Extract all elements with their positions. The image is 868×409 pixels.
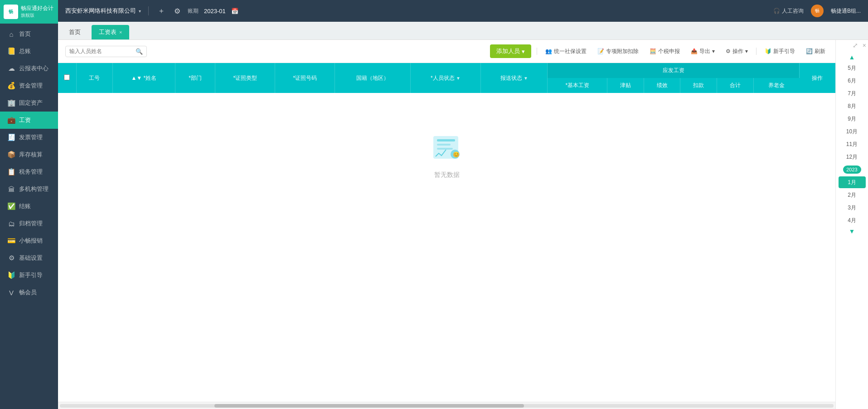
- search-input[interactable]: [69, 48, 133, 54]
- inventory-label: 库存核算: [19, 151, 43, 159]
- sidebar-item-ledger[interactable]: 📒 总账: [0, 43, 58, 60]
- support-btn[interactable]: 🎧 人工咨询: [773, 7, 804, 15]
- sidebar-item-invoice[interactable]: 🧾 发票管理: [0, 129, 58, 146]
- right-panel: × ⤢ ▲ 5月 6月 7月 8月 9月 10月 11月 12月 2023 1月…: [835, 40, 868, 409]
- logo-subtitle: 旗舰版: [21, 12, 53, 19]
- scrollbar-thumb[interactable]: [214, 404, 524, 408]
- scrollbar-track[interactable]: [60, 404, 834, 408]
- add-person-btn[interactable]: 添加人员 ▾: [490, 44, 531, 58]
- toolbar-sep-2: [756, 48, 756, 55]
- month-jan[interactable]: 1月: [839, 176, 866, 188]
- settings-label: 基础设置: [19, 254, 43, 262]
- th-payroll-group: 应发工资: [548, 63, 799, 78]
- maximize-panel-btn[interactable]: ⤢: [853, 42, 858, 49]
- tab-payroll[interactable]: 工资表 ×: [92, 25, 129, 39]
- add-company-btn[interactable]: ＋: [156, 5, 167, 18]
- funds-icon: 💰: [7, 82, 15, 90]
- svg-text:😊: 😊: [453, 151, 460, 158]
- th-status: *人员状态 ▼: [410, 63, 481, 93]
- period-label: 账期: [188, 7, 199, 15]
- fixed-assets-icon: 🏢: [7, 99, 15, 107]
- month-apr[interactable]: 4月: [839, 214, 866, 226]
- top-bar: 西安虾米网络科技有限公司 ▾ ＋ ⚙ 账期 2023-01 📅 🎧 人工咨询 畅…: [58, 0, 868, 22]
- sidebar-item-archive[interactable]: 🗂 归档管理: [0, 215, 58, 232]
- home-icon: ⌂: [7, 30, 15, 38]
- th-dept: *部门: [175, 63, 215, 93]
- action-guide[interactable]: 🔰 新手引导: [762, 46, 798, 57]
- panel-scroll-down[interactable]: ▼: [848, 227, 856, 236]
- sidebar-item-settlement[interactable]: ✅ 结账: [0, 198, 58, 215]
- payroll-label: 工资: [19, 116, 31, 124]
- company-selector[interactable]: 西安虾米网络科技有限公司 ▾: [65, 7, 141, 15]
- sidebar-item-funds[interactable]: 💰 资金管理: [0, 77, 58, 94]
- th-allowance: 津贴: [607, 78, 644, 93]
- action-personal-tax[interactable]: 🧮 个税申报: [647, 46, 683, 57]
- report-filter-icon[interactable]: ▼: [524, 76, 528, 81]
- ledger-icon: 📒: [7, 47, 15, 55]
- guide-icon: 🔰: [7, 271, 15, 279]
- th-total: 合计: [717, 78, 754, 93]
- action-special-deduction[interactable]: 📝 专项附加扣除: [595, 46, 641, 57]
- sidebar-item-member[interactable]: V 畅会员: [0, 284, 58, 301]
- tax-icon: 📋: [7, 168, 15, 176]
- svg-rect-2: [437, 144, 451, 146]
- close-panel-btn[interactable]: ×: [863, 42, 866, 49]
- invoice-icon: 🧾: [7, 133, 15, 141]
- action-export[interactable]: 📤 导出 ▾: [688, 46, 718, 57]
- select-all-checkbox[interactable]: [64, 74, 70, 80]
- content-wrapper: 🔍 添加人员 ▾ 👥 统一社保设置 📝 专项附加扣除: [58, 40, 868, 409]
- archive-icon: 🗂: [7, 220, 15, 228]
- sidebar-item-tax[interactable]: 📋 税务管理: [0, 163, 58, 180]
- tab-home[interactable]: 首页: [62, 25, 88, 39]
- refresh-icon: 🔄: [806, 48, 813, 54]
- status-filter-icon[interactable]: ▼: [456, 76, 461, 81]
- multi-org-icon: 🏛: [7, 185, 15, 193]
- tab-payroll-close[interactable]: ×: [119, 29, 122, 35]
- month-6[interactable]: 6月: [839, 75, 866, 87]
- sidebar-logo: 畅 畅应通好会计 旗舰版: [0, 0, 58, 24]
- th-checkbox[interactable]: [58, 63, 76, 93]
- add-person-dropdown-icon: ▾: [522, 48, 525, 55]
- sidebar-item-home[interactable]: ⌂ 首页: [0, 25, 58, 43]
- action-social-security[interactable]: 👥 统一社保设置: [543, 46, 589, 57]
- month-9[interactable]: 9月: [839, 113, 866, 125]
- month-8[interactable]: 8月: [839, 100, 866, 112]
- th-name: ▲▼ *姓名: [113, 63, 175, 93]
- month-12[interactable]: 12月: [839, 151, 866, 163]
- panel-scroll-up[interactable]: ▲: [848, 53, 856, 62]
- sidebar-item-payroll[interactable]: 💼 工资: [0, 112, 58, 129]
- action-operations[interactable]: ⚙ 操作 ▾: [723, 46, 751, 57]
- sidebar-item-multi-org[interactable]: 🏛 多机构管理: [0, 180, 58, 198]
- expense-label: 小畅报销: [19, 237, 43, 245]
- company-name: 西安虾米网络科技有限公司: [65, 7, 136, 15]
- month-feb[interactable]: 2月: [839, 189, 866, 201]
- logo-icon: 畅: [4, 5, 18, 19]
- sidebar-item-fixed-assets[interactable]: 🏢 固定资产: [0, 94, 58, 112]
- bottom-scrollbar[interactable]: [58, 402, 835, 409]
- logo-title: 畅应通好会计: [21, 5, 53, 12]
- personal-tax-icon: 🧮: [650, 48, 656, 54]
- sidebar-item-expense[interactable]: 💳 小畅报销: [0, 232, 58, 249]
- month-5[interactable]: 5月: [839, 62, 866, 74]
- export-icon: 📤: [691, 48, 698, 54]
- month-7[interactable]: 7月: [839, 88, 866, 99]
- content-area: 🔍 添加人员 ▾ 👥 统一社保设置 📝 专项附加扣除: [58, 40, 835, 409]
- th-performance: 绩效: [644, 78, 680, 93]
- company-dropdown-arrow[interactable]: ▾: [139, 9, 141, 14]
- calendar-icon[interactable]: 📅: [231, 8, 238, 15]
- funds-label: 资金管理: [19, 82, 43, 90]
- month-10[interactable]: 10月: [839, 126, 866, 137]
- payroll-table: 工号 ▲▼ *姓名 *部门 *证照类型 *证照号码 国籍（地区） *人员状态 ▼…: [58, 63, 835, 93]
- sidebar-item-settings[interactable]: ⚙ 基础设置: [0, 249, 58, 267]
- sidebar-nav: ⌂ 首页 📒 总账 ☁ 云报表中心 💰 资金管理 🏢 固定资产 💼 工资 🧾 发…: [0, 24, 58, 409]
- year-badge: 2023: [843, 166, 861, 174]
- action-refresh[interactable]: 🔄 刷新: [803, 46, 828, 57]
- month-11[interactable]: 11月: [839, 138, 866, 150]
- month-mar[interactable]: 3月: [839, 202, 866, 214]
- search-icon[interactable]: 🔍: [136, 48, 143, 55]
- sidebar-item-guide[interactable]: 🔰 新手引导: [0, 267, 58, 284]
- settings-icon[interactable]: ⚙: [172, 5, 182, 17]
- sidebar-item-inventory[interactable]: 📦 库存核算: [0, 146, 58, 163]
- sidebar-item-cloud-report[interactable]: ☁ 云报表中心: [0, 60, 58, 77]
- cloud-report-label: 云报表中心: [19, 64, 48, 73]
